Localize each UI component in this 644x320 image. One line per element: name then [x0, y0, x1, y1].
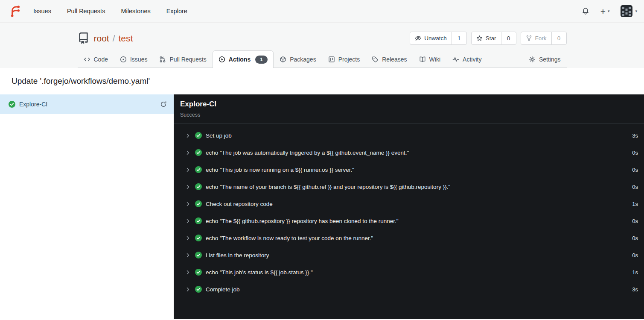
git-fork-icon — [526, 35, 532, 41]
chevron-right-icon — [185, 270, 191, 275]
success-check-icon — [195, 269, 202, 276]
top-navbar: Issues Pull Requests Milestones Explore … — [0, 0, 644, 23]
success-check-icon — [195, 217, 202, 224]
step-duration: 1s — [625, 269, 638, 276]
tab-pull-requests[interactable]: Pull Requests — [153, 50, 212, 68]
step-name: echo "The ${{ github.repository }} repos… — [206, 218, 399, 224]
stars-count[interactable]: 0 — [501, 32, 516, 45]
package-cube-icon — [280, 56, 286, 63]
notifications-button[interactable] — [582, 7, 589, 15]
tab-releases[interactable]: Releases — [366, 50, 413, 68]
step-row-set-up-job[interactable]: Set up job 3s — [174, 127, 644, 144]
step-row[interactable]: echo "This job's status is ${{ job.statu… — [174, 264, 644, 281]
tab-label: Settings — [539, 56, 561, 63]
step-name: echo "This job's status is ${{ job.statu… — [206, 269, 313, 276]
success-check-icon — [195, 235, 202, 241]
tab-projects[interactable]: Projects — [322, 50, 366, 68]
actions-run-page: Update '.forgejo/workflows/demo.yaml' Ex… — [0, 68, 644, 319]
step-duration: 0s — [625, 167, 638, 173]
star-icon — [476, 35, 483, 41]
step-name: echo "The job was automatically triggere… — [206, 150, 409, 156]
tab-actions[interactable]: Actions 1 — [213, 50, 274, 68]
create-new-button[interactable]: + ▾ — [600, 7, 610, 16]
job-success-check-icon — [9, 101, 15, 108]
bell-icon — [582, 7, 589, 15]
nav-item-explore[interactable]: Explore — [166, 6, 187, 16]
success-check-icon — [195, 132, 202, 139]
nav-item-milestones[interactable]: Milestones — [121, 6, 150, 16]
step-duration: 0s — [625, 218, 638, 224]
repo-title: root / test — [94, 33, 133, 44]
forgejo-logo[interactable] — [9, 4, 22, 18]
chevron-right-icon — [185, 287, 191, 292]
tab-label: Packages — [290, 56, 316, 63]
repo-title-row: root / test Unwatch 1 Star 0 — [78, 23, 567, 50]
forgejo-logo-icon — [9, 5, 22, 18]
forks-count[interactable]: 0 — [551, 32, 567, 45]
unwatch-label: Unwatch — [424, 35, 447, 41]
run-body: Explore-CI Explore-CI Success Set up job… — [0, 94, 644, 319]
steps-list: Set up job 3s echo "The job was automati… — [174, 124, 644, 298]
user-menu-button[interactable]: ▾ — [621, 5, 637, 17]
chevron-right-icon — [185, 133, 191, 138]
step-row[interactable]: echo "The workflow is now ready to test … — [174, 229, 644, 247]
unwatch-button[interactable]: Unwatch — [410, 32, 452, 45]
issue-circle-icon — [120, 56, 127, 63]
play-circle-icon — [219, 56, 225, 63]
step-name: List files in the repository — [206, 252, 269, 258]
tab-label: Activity — [463, 56, 481, 63]
nav-item-pull-requests[interactable]: Pull Requests — [67, 6, 105, 16]
step-row-checkout[interactable]: Check out repository code 1s — [174, 195, 644, 212]
job-item-explore-ci[interactable]: Explore-CI — [0, 94, 174, 114]
step-name: echo "The workflow is now ready to test … — [206, 235, 373, 241]
eye-slash-icon — [415, 35, 421, 41]
step-duration: 0s — [625, 235, 638, 241]
tab-activity[interactable]: Activity — [446, 50, 487, 68]
success-check-icon — [195, 252, 202, 258]
step-row[interactable]: echo "The name of your branch is ${{ git… — [174, 178, 644, 195]
project-board-icon — [328, 56, 335, 63]
nav-item-issues[interactable]: Issues — [33, 6, 51, 16]
plus-icon: + — [600, 7, 606, 16]
step-row-list-files[interactable]: List files in the repository 0s — [174, 247, 644, 264]
navbar-links: Issues Pull Requests Milestones Explore — [33, 6, 187, 16]
job-log-title: Explore-CI — [180, 100, 638, 109]
tab-wiki[interactable]: Wiki — [413, 50, 446, 68]
fork-button-group: Fork 0 — [521, 32, 567, 45]
step-duration: 3s — [625, 132, 638, 139]
step-row-complete-job[interactable]: Complete job 3s — [174, 281, 644, 298]
unwatch-button-group: Unwatch 1 — [410, 32, 467, 45]
success-check-icon — [195, 183, 202, 190]
chevron-down-icon: ▾ — [635, 9, 637, 13]
tab-issues[interactable]: Issues — [114, 50, 153, 68]
chevron-right-icon — [185, 218, 191, 224]
step-name: Set up job — [206, 132, 232, 139]
actions-count-badge: 1 — [255, 56, 268, 64]
run-commit-title: Update '.forgejo/workflows/demo.yaml' — [0, 68, 644, 94]
job-log-panel: Explore-CI Success Set up job 3s echo "T… — [174, 94, 644, 319]
code-icon — [84, 56, 90, 63]
repo-owner-link[interactable]: root — [94, 33, 109, 44]
tab-label: Pull Requests — [169, 56, 206, 63]
tab-code[interactable]: Code — [78, 50, 114, 68]
tab-settings[interactable]: Settings — [523, 50, 567, 68]
repo-header: root / test Unwatch 1 Star 0 — [0, 23, 644, 68]
chevron-right-icon — [185, 167, 191, 173]
chevron-right-icon — [185, 235, 191, 241]
step-row[interactable]: echo "The ${{ github.repository }} repos… — [174, 212, 644, 229]
tab-label: Actions — [229, 56, 251, 63]
step-duration: 0s — [625, 150, 638, 156]
rerun-job-icon[interactable] — [160, 101, 167, 108]
repo-name-link[interactable]: test — [119, 33, 133, 44]
repo-path-separator: / — [113, 33, 115, 44]
star-button[interactable]: Star — [471, 32, 501, 45]
step-name: echo "The name of your branch is ${{ git… — [206, 184, 450, 190]
step-row[interactable]: echo "This job is now running on a ${{ r… — [174, 161, 644, 178]
fork-button[interactable]: Fork — [521, 32, 552, 45]
repo-icon — [78, 32, 89, 44]
repo-action-buttons: Unwatch 1 Star 0 Fork 0 — [410, 32, 566, 45]
step-name: Check out repository code — [206, 201, 273, 207]
tab-packages[interactable]: Packages — [274, 50, 322, 68]
step-row[interactable]: echo "The job was automatically triggere… — [174, 144, 644, 161]
watchers-count[interactable]: 1 — [452, 32, 467, 45]
